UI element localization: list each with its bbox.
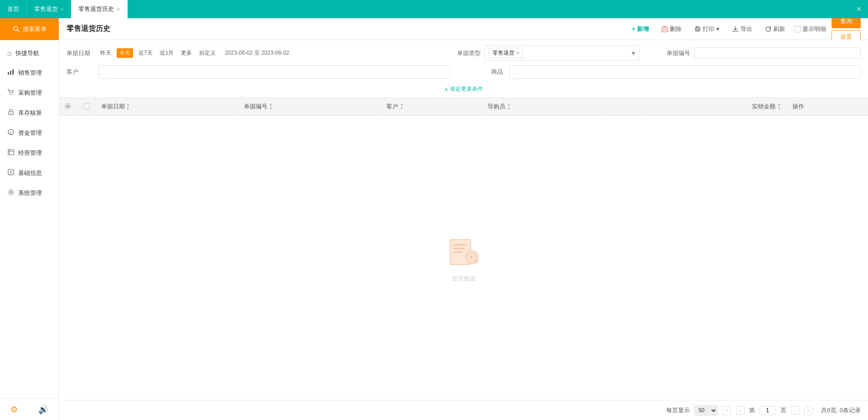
per-page-label: 每页显示	[666, 406, 690, 415]
sidebar-item-purchase-mgmt[interactable]: 采购管理	[0, 83, 59, 103]
date-option-today[interactable]: 今天	[117, 48, 133, 58]
new-button[interactable]: + 新增	[628, 23, 652, 35]
delete-icon	[662, 26, 668, 32]
operation-icon	[7, 149, 15, 158]
query-button[interactable]: 查询	[832, 18, 861, 28]
sidebar-item-operation[interactable]: 经营管理	[0, 143, 59, 163]
goods-filter-input[interactable]: ...	[509, 65, 861, 79]
sidebar: 搜索菜单 ⌂ 快捷导航 销售管理 采购管理	[0, 18, 59, 420]
th-customer-label: 客户	[386, 102, 398, 111]
svg-rect-28	[453, 244, 467, 246]
goods-filter-label: 商品	[491, 68, 509, 76]
customer-placeholder: ...	[103, 69, 107, 75]
th-amount: 实销金额 ▲▼	[644, 98, 786, 116]
svg-rect-11	[8, 149, 14, 155]
collapse-icon: ∧	[444, 86, 448, 92]
sidebar-search[interactable]: 搜索菜单	[0, 18, 59, 40]
sidebar-item-finance[interactable]: ¥ 资金管理	[0, 123, 59, 143]
sidebar-audio-button[interactable]: 🔊	[38, 405, 48, 415]
display-detail: 显示明细	[794, 25, 826, 33]
collapse-bar[interactable]: ∧ 收起更多条件	[67, 83, 861, 94]
th-date-sort[interactable]: 单据日期 ▲▼	[101, 102, 130, 111]
tab-return-close[interactable]: ×	[61, 6, 63, 12]
main-layout: 搜索菜单 ⌂ 快捷导航 销售管理 采购管理	[0, 18, 868, 420]
sidebar-item-basic-info[interactable]: 基础信息	[0, 163, 59, 183]
date-option-custom[interactable]: 自定义	[197, 48, 217, 58]
empty-state: 暂无数据	[59, 116, 868, 400]
date-option-last7[interactable]: 近7天	[137, 48, 154, 58]
per-page-select[interactable]: 50 20 100 200	[694, 405, 718, 415]
th-date: 单据日期 ▲▼	[95, 98, 238, 116]
tab-return-label: 零售退货	[34, 5, 58, 13]
sort-arrows-5: ▲▼	[777, 102, 781, 111]
svg-rect-30	[453, 251, 462, 253]
tab-return-history-label: 零售退货历史	[78, 5, 114, 13]
type-tag-label: 零售退货	[493, 49, 514, 57]
refresh-button[interactable]: 刷新	[761, 23, 789, 35]
tab-return-history-close[interactable]: ×	[117, 6, 119, 12]
prev-page-button[interactable]: ‹	[736, 406, 745, 415]
sidebar-item-quick-nav[interactable]: ⌂ 快捷导航	[0, 44, 59, 63]
th-number-label: 单据编号	[244, 102, 267, 111]
tab-return[interactable]: 零售退货 ×	[27, 0, 71, 18]
svg-line-1	[17, 30, 19, 32]
type-tag: 零售退货 ×	[488, 48, 524, 58]
type-filter-input[interactable]: 零售退货 × ▾	[484, 46, 639, 61]
content-area: 零售退货历史 + 新增 删除 打印 ▾ 导出 刷新	[59, 18, 868, 420]
tab-return-history[interactable]: 零售退货历史 ×	[71, 0, 127, 18]
th-spacer	[604, 98, 644, 116]
sidebar-item-sales-mgmt[interactable]: 销售管理	[0, 63, 59, 83]
th-customer-sort[interactable]: 客户 ▲▼	[386, 102, 404, 111]
type-dropdown-icon[interactable]: ▾	[632, 49, 635, 57]
refresh-icon	[765, 26, 771, 32]
data-table: 单据日期 ▲▼ 单据编号 ▲▼ 客户	[59, 98, 868, 116]
display-detail-label: 显示明细	[802, 25, 826, 33]
sidebar-footer: ⚙ 🔊	[0, 398, 59, 420]
search-icon	[13, 26, 20, 33]
print-button[interactable]: 打印 ▾	[691, 23, 723, 35]
check-all-checkbox[interactable]	[83, 103, 90, 109]
collapse-label: 收起更多条件	[450, 85, 483, 93]
window-close-button[interactable]: ×	[850, 0, 868, 18]
type-tag-close[interactable]: ×	[516, 50, 519, 56]
delete-button[interactable]: 删除	[658, 23, 685, 35]
th-check[interactable]	[77, 98, 95, 116]
empty-icon	[446, 233, 482, 269]
date-option-last1m[interactable]: 近1月	[158, 48, 176, 58]
next-page-button[interactable]: ›	[791, 406, 799, 415]
svg-rect-19	[662, 27, 668, 32]
date-filter-label: 单据日期	[67, 49, 98, 57]
delete-label: 删除	[670, 25, 682, 33]
sidebar-item-sys-mgmt[interactable]: 系统管理	[0, 183, 59, 203]
date-option-yesterday[interactable]: 昨天	[98, 48, 113, 58]
sidebar-item-inventory[interactable]: 库存核算	[0, 103, 59, 123]
page-input[interactable]	[760, 406, 776, 415]
sidebar-settings-button[interactable]: ⚙	[10, 405, 18, 415]
last-page-button[interactable]: »	[804, 406, 813, 415]
th-number: 单据编号 ▲▼	[238, 98, 380, 116]
svg-rect-2	[8, 72, 9, 75]
sidebar-item-label: 采购管理	[18, 89, 42, 97]
sort-arrows-4: ▲▼	[507, 102, 511, 111]
th-amount-label: 实销金额	[752, 102, 776, 111]
customer-filter-input[interactable]: ...	[98, 65, 450, 79]
svg-rect-29	[453, 248, 465, 249]
th-gear[interactable]	[59, 98, 77, 116]
display-detail-checkbox[interactable]	[794, 26, 801, 32]
page-title: 零售退货历史	[67, 24, 110, 34]
lock-icon	[7, 108, 15, 118]
first-page-button[interactable]: «	[722, 406, 732, 415]
sidebar-item-label: 资金管理	[18, 129, 42, 137]
sort-arrows-2: ▲▼	[269, 102, 273, 111]
export-label: 导出	[740, 25, 752, 33]
th-amount-sort[interactable]: 实销金额 ▲▼	[752, 102, 781, 111]
th-number-sort[interactable]: 单据编号 ▲▼	[244, 102, 273, 111]
th-guide-sort[interactable]: 导购员 ▲▼	[488, 102, 511, 111]
tab-home[interactable]: 首页	[0, 0, 27, 18]
sidebar-menu: ⌂ 快捷导航 销售管理 采购管理 库存核算	[0, 40, 59, 398]
date-option-more[interactable]: 更多	[179, 48, 194, 58]
number-filter-input[interactable]	[694, 47, 861, 59]
date-options: 昨天 今天 近7天 近1月 更多 自定义 2023-06-02 至 2023-0…	[98, 48, 289, 58]
th-customer: 客户 ▲▼	[381, 98, 482, 116]
export-button[interactable]: 导出	[729, 23, 756, 35]
